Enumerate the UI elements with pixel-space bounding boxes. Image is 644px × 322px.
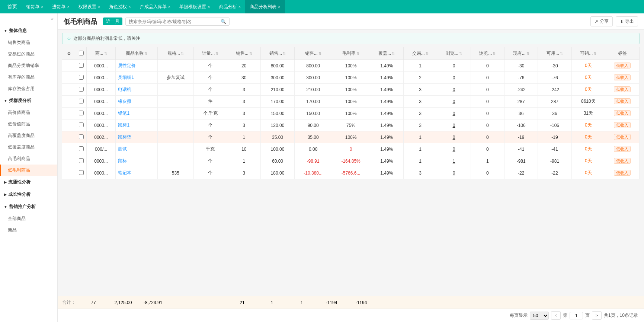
cell-checkbox[interactable]: [76, 60, 86, 72]
col-sales-profit[interactable]: 销售...⇅: [294, 47, 332, 60]
select-all-checkbox[interactable]: [79, 51, 84, 55]
row-checkbox[interactable]: [79, 122, 84, 127]
export-button[interactable]: ⬇ 导出: [616, 16, 638, 26]
nav-close-product-in[interactable]: ×: [168, 4, 170, 9]
row-checkbox[interactable]: [79, 158, 84, 163]
cell-checkbox[interactable]: [76, 143, 86, 155]
col-transaction[interactable]: 交易...⇅: [403, 47, 437, 60]
sidebar-item-high-value[interactable]: 高价值商品: [0, 107, 57, 118]
sidebar-item-low-coverage[interactable]: 低覆盖度商品: [0, 141, 57, 153]
sidebar-group-flow[interactable]: ▶ 流通性分析: [0, 176, 57, 188]
cell-view1[interactable]: 0: [437, 84, 471, 96]
row-checkbox[interactable]: [79, 63, 84, 68]
col-saleable[interactable]: 可销...⇅: [571, 47, 605, 60]
cell-checkbox[interactable]: [76, 167, 86, 179]
cell-name[interactable]: 电话机: [116, 84, 158, 96]
nav-close-sales[interactable]: ×: [41, 4, 43, 9]
cell-view1[interactable]: 0: [437, 131, 471, 143]
col-settings[interactable]: ⚙: [62, 47, 76, 60]
cell-view1[interactable]: 0: [437, 143, 471, 155]
cell-name[interactable]: 笔记本: [116, 167, 158, 179]
cell-view1[interactable]: 1: [437, 155, 471, 167]
row-checkbox[interactable]: [79, 170, 84, 175]
sidebar-item-traded-goods[interactable]: 交易过的商品: [0, 48, 57, 60]
cell-name[interactable]: 鼠标1: [116, 119, 158, 131]
cell-name[interactable]: 铅笔1: [116, 108, 158, 119]
sidebar-item-stocked-goods[interactable]: 有库存的商品: [0, 71, 57, 83]
cell-checkbox[interactable]: [76, 108, 86, 119]
settings-icon[interactable]: ⚙: [67, 51, 71, 56]
cell-name[interactable]: 鼠标: [116, 155, 158, 167]
col-code[interactable]: 商...⇅: [86, 47, 116, 60]
nav-close-role[interactable]: ×: [128, 4, 131, 9]
sidebar-item-stock-capital[interactable]: 库存资金占用: [0, 83, 57, 95]
nav-close-permission[interactable]: ×: [98, 4, 100, 9]
sidebar-item-sales-goods[interactable]: 销售类商品: [0, 37, 57, 48]
nav-goods-analysis[interactable]: 商品分析 ×: [215, 0, 245, 13]
sidebar-group-marketing[interactable]: ▼ 营销推广分析: [0, 201, 57, 213]
sidebar-item-category-rate[interactable]: 商品分类助销率: [0, 60, 57, 71]
row-checkbox[interactable]: [79, 99, 84, 103]
nav-close-purchase[interactable]: ×: [67, 4, 69, 9]
cell-view1[interactable]: 0: [437, 96, 471, 108]
sidebar-group-cluster[interactable]: ▼ 类群度分析: [0, 95, 57, 107]
cell-view1[interactable]: 0: [437, 60, 471, 72]
search-input[interactable]: [129, 19, 221, 24]
sidebar-collapse-btn[interactable]: «: [0, 13, 57, 25]
nav-goods-analysis-list[interactable]: 商品分析列表 ×: [245, 0, 285, 13]
row-checkbox[interactable]: [79, 134, 84, 139]
col-spec[interactable]: 规格...⇅: [157, 47, 193, 60]
cell-checkbox[interactable]: [76, 84, 86, 96]
cell-checkbox[interactable]: [76, 131, 86, 143]
nav-home[interactable]: 首页: [3, 0, 22, 13]
nav-permission[interactable]: 权限设置 ×: [74, 0, 105, 13]
col-view1[interactable]: 浏览...⇅: [437, 47, 471, 60]
nav-role[interactable]: 角色授权 ×: [105, 0, 135, 13]
col-current-stock[interactable]: 现有...⇅: [504, 47, 538, 60]
col-gross-rate[interactable]: 毛利率⇅: [332, 47, 370, 60]
nav-close-template[interactable]: ×: [208, 4, 210, 9]
sidebar-group-overall[interactable]: ▼ 整体信息: [0, 25, 57, 37]
cell-view1[interactable]: 0: [437, 167, 471, 179]
nav-product-in[interactable]: 产成品入库单 ×: [135, 0, 175, 13]
row-checkbox[interactable]: [79, 111, 84, 115]
col-available[interactable]: 可用...⇅: [538, 47, 571, 60]
col-coverage[interactable]: 覆盖...⇅: [370, 47, 403, 60]
cell-checkbox[interactable]: [76, 155, 86, 167]
nav-sales[interactable]: 销货单 ×: [22, 0, 48, 13]
row-checkbox[interactable]: [79, 146, 84, 151]
time-range-tag[interactable]: 近一月: [103, 17, 122, 25]
sidebar-item-high-coverage[interactable]: 高覆盖度商品: [0, 130, 57, 141]
row-checkbox[interactable]: [79, 87, 84, 92]
nav-template[interactable]: 单据模板设置 ×: [175, 0, 214, 13]
sidebar-item-low-value[interactable]: 低价值商品: [0, 118, 57, 130]
sidebar-item-low-margin[interactable]: 低毛利商品: [0, 165, 57, 176]
next-page-btn[interactable]: ＞: [592, 311, 602, 320]
cell-view1[interactable]: 0: [437, 119, 471, 131]
cell-name[interactable]: 属性定价: [116, 60, 158, 72]
col-view2[interactable]: 浏览...⇅: [471, 47, 504, 60]
sidebar-item-new-goods[interactable]: 新品: [0, 224, 57, 236]
search-box[interactable]: 🔍: [125, 17, 230, 26]
cell-name[interactable]: 橡皮擦: [116, 96, 158, 108]
cell-checkbox[interactable]: [76, 72, 86, 84]
sidebar-group-growth[interactable]: ▶ 成长性分析: [0, 188, 57, 201]
search-icon[interactable]: 🔍: [221, 19, 226, 24]
cell-view1[interactable]: 0: [437, 108, 471, 119]
nav-close-goods-analysis-list[interactable]: ×: [278, 4, 280, 9]
sidebar-item-high-margin[interactable]: 高毛利商品: [0, 153, 57, 165]
prev-page-btn[interactable]: ＜: [551, 311, 561, 320]
nav-close-goods-analysis[interactable]: ×: [238, 4, 241, 9]
col-sales-qty[interactable]: 销售...⇅: [227, 47, 260, 60]
page-size-select[interactable]: 50 20 100: [530, 312, 549, 320]
share-button[interactable]: ↗ 分享: [590, 16, 613, 26]
col-sales-price[interactable]: 销售...⇅: [261, 47, 294, 60]
sidebar-item-all-goods[interactable]: 全部商品: [0, 213, 57, 224]
cell-checkbox[interactable]: [76, 96, 86, 108]
col-unit[interactable]: 计量...⇅: [193, 47, 227, 60]
col-name[interactable]: 商品名称⇅: [116, 47, 158, 60]
nav-purchase[interactable]: 进货单 ×: [48, 0, 74, 13]
cell-name[interactable]: 测试: [116, 143, 158, 155]
page-input[interactable]: [570, 312, 583, 319]
cell-name[interactable]: 鼠标垫: [116, 131, 158, 143]
